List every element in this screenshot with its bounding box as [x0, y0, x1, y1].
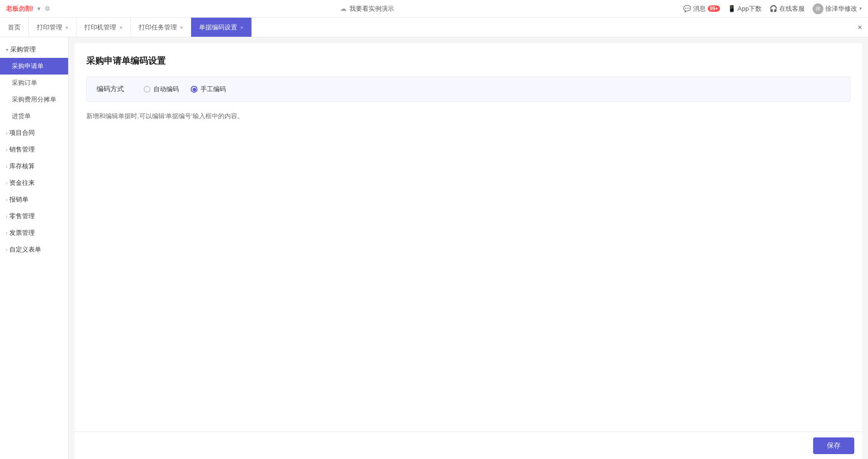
invoice-mgmt-arrow: › [6, 230, 7, 236]
inventory-arrow: › [6, 164, 7, 169]
sidebar-group-project-contract[interactable]: › 项目合同 [0, 125, 68, 141]
message-label: 消息 [693, 4, 706, 13]
tab-printer-mgmt-close[interactable]: × [119, 25, 122, 30]
page-title: 采购申请单编码设置 [86, 55, 850, 67]
tab-print-task-mgmt[interactable]: 打印任务管理 × [131, 18, 191, 37]
hint-text: 新增和编辑单据时,可以编辑'单据编号'输入框中的内容。 [86, 112, 850, 121]
tab-print-mgmt-label: 打印管理 [37, 23, 62, 32]
top-bar-center: ☁ 我要看实例演示 [340, 4, 394, 13]
tab-print-task-mgmt-close[interactable]: × [180, 25, 183, 30]
tab-printer-mgmt[interactable]: 打印机管理 × [76, 18, 130, 37]
encoding-form: 编码方式 自动编码 手工编码 [86, 76, 850, 102]
sidebar-item-purchase-order[interactable]: 采购订单 [0, 75, 68, 91]
tab-bar: 首页 打印管理 × 打印机管理 × 打印任务管理 × 单据编码设置 × × [0, 18, 868, 37]
sidebar-group-sales-label: 销售管理 [9, 145, 35, 154]
sidebar-item-purchase-order-label: 采购订单 [12, 79, 37, 86]
radio-group: 自动编码 手工编码 [144, 85, 226, 94]
sidebar-group-custom-form[interactable]: › 自定义表单 [0, 241, 68, 258]
tab-print-mgmt[interactable]: 打印管理 × [29, 18, 76, 37]
message-icon: 💬 [683, 5, 691, 12]
save-button[interactable]: 保存 [813, 437, 854, 454]
tab-print-task-mgmt-label: 打印任务管理 [139, 23, 177, 32]
tab-home[interactable]: 首页 [0, 18, 29, 37]
dropdown-icon[interactable]: ▾ [37, 5, 41, 12]
radio-auto[interactable]: 自动编码 [144, 85, 179, 94]
cloud-icon: ☁ [340, 5, 347, 12]
headset-icon: 🎧 [769, 5, 777, 12]
sidebar-group-custom-form-label: 自定义表单 [9, 245, 41, 254]
sidebar-group-fund-flow[interactable]: › 资金往来 [0, 175, 68, 191]
sidebar-item-inbound-label: 进货单 [12, 112, 31, 120]
content-inner: 采购申请单编码设置 编码方式 自动编码 手工编码 新增和编辑单据时,可以编辑'单… [74, 43, 862, 432]
content-area: 采购申请单编码设置 编码方式 自动编码 手工编码 新增和编辑单据时,可以编辑'单… [69, 37, 868, 459]
sidebar-group-retail-label: 零售管理 [9, 212, 35, 221]
sidebar-group-return-label: 报销单 [9, 195, 28, 204]
sidebar-item-purchase-expense[interactable]: 采购费用分摊单 [0, 91, 68, 108]
bottom-bar: 保存 [74, 432, 862, 459]
online-service-label: 在线客服 [779, 4, 805, 13]
tab-home-label: 首页 [8, 23, 21, 32]
sidebar-group-sales-mgmt[interactable]: › 销售管理 [0, 141, 68, 158]
tab-printer-mgmt-label: 打印机管理 [84, 23, 116, 32]
sidebar-item-purchase-request-label: 采购申请单 [12, 62, 44, 70]
sidebar-group-inventory[interactable]: › 库存核算 [0, 158, 68, 175]
app-download-icon: 📱 [728, 5, 736, 12]
demo-link[interactable]: 我要看实例演示 [349, 4, 394, 13]
tab-bar-right: × [252, 18, 868, 37]
sidebar-group-return[interactable]: › 报销单 [0, 191, 68, 208]
sidebar: ▾ 采购管理 采购申请单 采购订单 采购费用分摊单 进货单 › 项目合同 › 销… [0, 37, 69, 459]
message-badge-item[interactable]: 💬 消息 99+ [683, 4, 720, 13]
radio-auto-circle [144, 86, 150, 93]
logo-text: 老板勿割! [6, 4, 33, 13]
radio-auto-label: 自动编码 [153, 85, 179, 94]
radio-manual-label: 手工编码 [200, 85, 226, 94]
sidebar-group-invoice-label: 发票管理 [9, 229, 35, 237]
sidebar-group-purchase-label: 采购管理 [10, 45, 36, 54]
main-layout: ▾ 采购管理 采购申请单 采购订单 采购费用分摊单 进货单 › 项目合同 › 销… [0, 37, 868, 459]
sidebar-group-inventory-label: 库存核算 [9, 162, 35, 171]
panel-close-icon[interactable]: × [858, 23, 862, 32]
gear-icon[interactable]: ⚙ [45, 5, 50, 12]
sidebar-group-fund-flow-label: 资金往来 [9, 178, 35, 187]
top-bar: 老板勿割! ▾ ⚙ ☁ 我要看实例演示 💬 消息 99+ 📱 App下数 🎧 在… [0, 0, 868, 18]
avatar: 徐 [813, 3, 823, 14]
tab-single-code-setting[interactable]: 单据编码设置 × [191, 18, 251, 37]
top-bar-right: 💬 消息 99+ 📱 App下数 🎧 在线客服 徐 徐泽华修改 ▾ [683, 3, 862, 14]
app-download-item[interactable]: 📱 App下数 [728, 4, 762, 13]
user-info[interactable]: 徐 徐泽华修改 ▾ [813, 3, 862, 14]
sidebar-group-retail-mgmt[interactable]: › 零售管理 [0, 208, 68, 225]
app-download-label: App下数 [738, 4, 762, 13]
online-service-item[interactable]: 🎧 在线客服 [769, 4, 805, 13]
custom-form-arrow: › [6, 247, 7, 253]
sales-mgmt-arrow: › [6, 147, 7, 153]
sidebar-item-purchase-expense-label: 采购费用分摊单 [12, 96, 56, 103]
encoding-form-label: 编码方式 [97, 85, 124, 94]
return-arrow: › [6, 197, 7, 203]
purchase-mgmt-arrow: ▾ [6, 47, 8, 52]
radio-manual[interactable]: 手工编码 [191, 85, 226, 94]
top-bar-left: 老板勿割! ▾ ⚙ [6, 4, 50, 13]
tab-print-mgmt-close[interactable]: × [65, 25, 68, 30]
user-name: 徐泽华修改 [825, 4, 857, 13]
user-dropdown-icon: ▾ [859, 5, 862, 12]
tab-single-code-label: 单据编码设置 [199, 23, 237, 32]
tab-single-code-close[interactable]: × [240, 25, 243, 30]
sidebar-item-purchase-request[interactable]: 采购申请单 [0, 58, 68, 75]
message-badge: 99+ [708, 5, 720, 12]
sidebar-group-purchase-mgmt[interactable]: ▾ 采购管理 [0, 41, 68, 58]
radio-manual-circle [191, 86, 198, 93]
sidebar-group-invoice-mgmt[interactable]: › 发票管理 [0, 225, 68, 241]
sidebar-item-inbound[interactable]: 进货单 [0, 108, 68, 125]
fund-flow-arrow: › [6, 180, 7, 186]
project-contract-arrow: › [6, 130, 7, 136]
retail-mgmt-arrow: › [6, 214, 7, 219]
sidebar-group-project-contract-label: 项目合同 [9, 128, 35, 137]
